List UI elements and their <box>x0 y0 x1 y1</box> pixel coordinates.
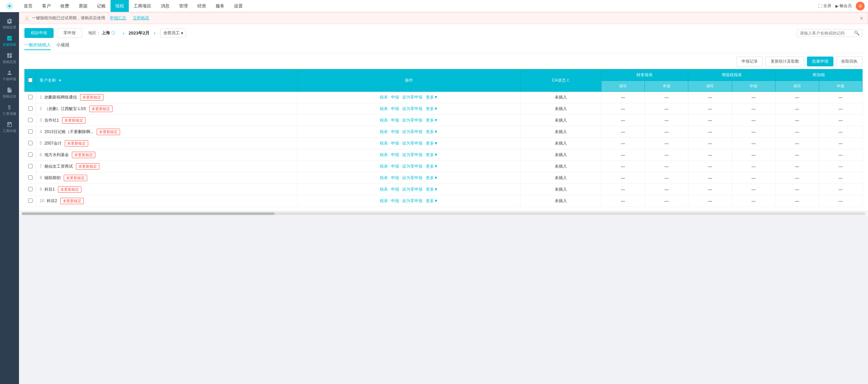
info-icon[interactable]: ⓘ <box>111 30 115 36</box>
member-button[interactable]: ▶ 畅会员 <box>835 3 852 9</box>
row-add-fill: — <box>775 92 819 103</box>
date-next-button[interactable]: › <box>152 30 157 36</box>
row-checkbox-3[interactable] <box>28 129 33 134</box>
batch-declare-button[interactable]: 批量申报 <box>807 57 833 66</box>
sub-tab-small[interactable]: 小规模 <box>56 42 70 50</box>
sidebar-item-annual[interactable]: 工商年报 <box>0 119 19 136</box>
op-more[interactable]: 更多▼ <box>426 175 438 180</box>
op-zero-declare[interactable]: 设为零申报 <box>402 164 422 169</box>
op-zero-declare[interactable]: 设为零申报 <box>402 141 422 146</box>
nav-billing[interactable]: 收费 <box>56 0 74 12</box>
op-zero-declare[interactable]: 设为零申报 <box>402 129 422 134</box>
op-zero-declare[interactable]: 设为零申报 <box>402 152 422 157</box>
sub-tab-general[interactable]: 一般的纳税人 <box>24 42 51 50</box>
op-declare[interactable]: 申报 <box>391 187 399 192</box>
sidebar-item-batch-tax[interactable]: 批量报税 <box>0 32 19 49</box>
scrollbar-track[interactable] <box>22 212 865 215</box>
search-input[interactable] <box>800 31 854 36</box>
op-declare[interactable]: 申报 <box>391 141 399 146</box>
tab-tax-declare[interactable]: 税款申报 <box>24 28 54 38</box>
sidebar-item-personal-tax[interactable]: 个税申报 <box>0 67 19 84</box>
row-checkbox-0[interactable] <box>28 95 33 99</box>
op-tax-table[interactable]: 税表 <box>380 198 388 203</box>
op-declare[interactable]: 申报 <box>391 198 399 203</box>
search-icon[interactable]: 🔍 <box>854 30 860 36</box>
sidebar-item-settlement[interactable]: 汇算清缴 <box>0 101 19 119</box>
nav-operation[interactable]: 经营 <box>193 0 211 12</box>
row-fin-declare: — <box>645 103 688 115</box>
row-checkbox-8[interactable] <box>28 187 33 191</box>
op-declare[interactable]: 申报 <box>391 129 399 134</box>
op-zero-declare[interactable]: 设为零申报 <box>402 95 422 100</box>
nav-accounting[interactable]: 记账 <box>92 0 111 12</box>
op-tax-table[interactable]: 税表 <box>380 187 388 192</box>
retrieve-return-button[interactable]: 收取回执 <box>836 57 863 66</box>
op-more[interactable]: 更多▼ <box>426 164 438 169</box>
op-more[interactable]: 更多▼ <box>426 129 438 134</box>
op-more[interactable]: 更多▼ <box>426 141 438 146</box>
date-prev-button[interactable]: ‹ <box>121 30 126 36</box>
nav-service[interactable]: 服务 <box>211 0 229 12</box>
row-add-declare: — <box>819 138 862 149</box>
op-declare[interactable]: 申报 <box>391 118 399 123</box>
sidebar-item-overview[interactable]: 报税总览 <box>0 49 19 67</box>
op-tax-table[interactable]: 税表 <box>380 95 388 100</box>
row-checkbox-6[interactable] <box>28 164 33 168</box>
scrollbar-thumb[interactable] <box>22 212 275 215</box>
op-zero-declare[interactable]: 设为零申报 <box>402 175 422 180</box>
banner-link-summary[interactable]: 申报汇总 <box>110 15 126 21</box>
op-tax-table[interactable]: 税表 <box>380 129 388 134</box>
th-financial-report: 财务报表 <box>601 69 688 81</box>
avatar[interactable]: 会 <box>856 2 865 10</box>
op-more[interactable]: 更多▼ <box>426 152 438 157</box>
nav-customer[interactable]: 客户 <box>37 0 56 12</box>
banner-link-buy[interactable]: 立即购买 <box>133 15 149 21</box>
op-declare[interactable]: 申报 <box>391 106 399 111</box>
row-checkbox-4[interactable] <box>28 141 33 145</box>
op-tax-table[interactable]: 税表 <box>380 106 388 111</box>
sidebar-item-tax-settings[interactable]: 报税设置 <box>0 15 19 32</box>
op-declare[interactable]: 申报 <box>391 95 399 100</box>
op-zero-declare[interactable]: 设为零申报 <box>402 118 422 123</box>
op-zero-declare[interactable]: 设为零申报 <box>402 198 422 203</box>
row-checkbox-2[interactable] <box>28 118 33 122</box>
op-more[interactable]: 更多▼ <box>426 95 438 100</box>
row-name: 杨仙女工资商试 <box>44 164 73 169</box>
op-more[interactable]: 更多▼ <box>426 187 438 192</box>
declare-record-button[interactable]: 申报记录 <box>736 57 763 66</box>
op-more[interactable]: 更多▼ <box>426 118 438 123</box>
row-add-fill: — <box>775 195 819 207</box>
fullscreen-button[interactable]: ⛶ 全屏 <box>818 3 831 9</box>
op-zero-declare[interactable]: 设为零申报 <box>402 106 422 111</box>
op-more[interactable]: 更多▼ <box>426 106 438 111</box>
tab-zero-declare[interactable]: 零申报 <box>57 28 82 38</box>
nav-business[interactable]: 工商项目 <box>129 0 156 12</box>
op-more[interactable]: 更多▼ <box>426 198 438 203</box>
staff-select[interactable]: 全部员工 ▾ <box>160 28 186 38</box>
row-fin-fill: — <box>601 138 645 149</box>
op-declare[interactable]: 申报 <box>391 152 399 157</box>
nav-home[interactable]: 首页 <box>19 0 37 12</box>
op-tax-table[interactable]: 税表 <box>380 175 388 180</box>
op-declare[interactable]: 申报 <box>391 175 399 180</box>
row-checkbox-7[interactable] <box>28 175 33 180</box>
row-checkbox-1[interactable] <box>28 106 33 111</box>
op-declare[interactable]: 申报 <box>391 164 399 169</box>
horizontal-scrollbar[interactable] <box>19 211 868 216</box>
op-tax-table[interactable]: 税表 <box>380 118 388 123</box>
row-checkbox-9[interactable] <box>28 198 33 203</box>
row-checkbox-5[interactable] <box>28 152 33 157</box>
nav-settings[interactable]: 设置 <box>229 0 248 12</box>
op-zero-declare[interactable]: 设为零申报 <box>402 187 422 192</box>
op-tax-table[interactable]: 税表 <box>380 164 388 169</box>
nav-tax[interactable]: 报税 <box>111 0 129 12</box>
nav-invoice[interactable]: 票据 <box>74 0 92 12</box>
op-tax-table[interactable]: 税表 <box>380 141 388 146</box>
nav-manage[interactable]: 管理 <box>174 0 193 12</box>
nav-message[interactable]: 消息 <box>156 0 174 12</box>
sidebar-item-tax-record[interactable]: 报税记录 <box>0 84 19 101</box>
banner-close-button[interactable]: ✕ <box>860 16 864 21</box>
op-tax-table[interactable]: 税表 <box>380 152 388 157</box>
update-stats-button[interactable]: 更新统计及取数 <box>766 57 804 66</box>
select-all-checkbox[interactable] <box>28 78 33 82</box>
